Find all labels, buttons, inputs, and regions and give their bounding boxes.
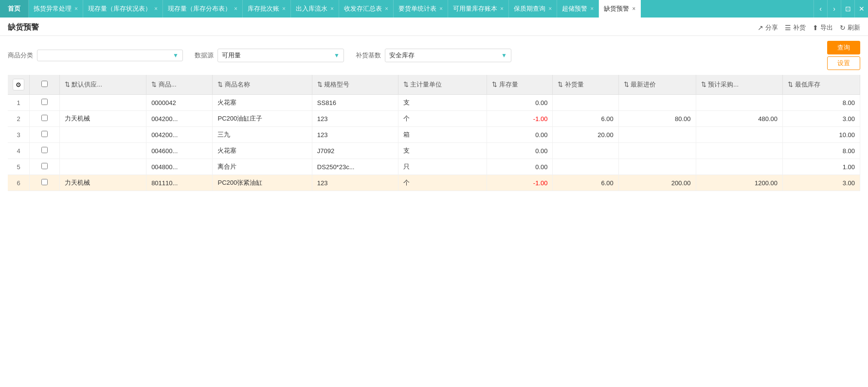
tab-overstock[interactable]: 超储预警 × xyxy=(557,0,599,18)
replenish-basis-select[interactable]: 安全库存 ▼ xyxy=(385,49,511,62)
col-min-stock[interactable]: ⇅ 最低库存 xyxy=(783,75,860,95)
refresh-button[interactable]: ↻ 刷新 xyxy=(840,23,860,32)
query-button[interactable]: 查询 xyxy=(827,41,860,54)
cell-unit-4: 支 xyxy=(398,143,487,159)
replenish-icon: ☰ xyxy=(785,24,791,32)
row-checkbox-4[interactable] xyxy=(30,143,60,159)
tab-expiry[interactable]: 保质期查询 × xyxy=(509,0,557,18)
tab-stock-dist-label: 现存量（库存分布表） xyxy=(168,4,231,13)
table-row: 3 004200... 三九 123 箱 0.00 20.00 10.00 xyxy=(8,127,860,143)
tab-overstock-close[interactable]: × xyxy=(590,5,594,12)
datasource-select[interactable]: 可用量 ▼ xyxy=(217,49,344,62)
tab-restore-btn[interactable]: ⊡ xyxy=(841,0,854,18)
tab-stock-status-close[interactable]: × xyxy=(154,5,158,12)
row-checkbox-1[interactable] xyxy=(30,95,60,111)
col-default-supplier[interactable]: ⇅ 默认供应... xyxy=(59,75,146,95)
cell-product-name-3: 三九 xyxy=(213,127,312,143)
export-label: 导出 xyxy=(820,23,833,32)
cell-product-code-4: 004600... xyxy=(146,143,213,159)
tab-expiry-close[interactable]: × xyxy=(548,5,552,12)
col-product-code[interactable]: ⇅ 商品... xyxy=(146,75,213,95)
tab-req-stats[interactable]: 要货单统计表 × xyxy=(394,0,448,18)
replenish-button[interactable]: ☰ 补货 xyxy=(785,23,806,32)
cell-replenish-qty-5 xyxy=(553,159,618,175)
filter-category-label: 商品分类 xyxy=(8,51,33,60)
settings-button[interactable]: 设置 xyxy=(827,56,860,70)
cell-product-name-6: PC200张紧油缸 xyxy=(213,175,312,191)
tab-close-all-btn[interactable]: ✕ xyxy=(854,0,868,18)
row-select-1[interactable] xyxy=(41,99,48,105)
cell-latest-price-4 xyxy=(618,143,696,159)
col-settings[interactable]: ⚙ xyxy=(8,75,30,95)
export-icon: ⬆ xyxy=(813,24,818,32)
tab-inout-flow-label: 出入库流水 xyxy=(296,4,327,13)
tab-req-stats-close[interactable]: × xyxy=(439,5,443,12)
cell-supplier-4 xyxy=(59,143,146,159)
row-checkbox-5[interactable] xyxy=(30,159,60,175)
tab-stock-abnormal[interactable]: 拣货异常处理 × xyxy=(29,0,83,18)
cell-latest-price-2: 80.00 xyxy=(618,111,696,127)
tab-home[interactable]: 首页 xyxy=(0,0,29,18)
col-min-stock-sort: ⇅ xyxy=(788,81,793,88)
cell-product-code-1: 0000042 xyxy=(146,95,213,111)
col-checkbox-header[interactable] xyxy=(30,75,60,95)
filter-datasource-group: 数据源 可用量 ▼ xyxy=(195,49,344,62)
col-unit[interactable]: ⇅ 主计量单位 xyxy=(398,75,487,95)
tab-stock-batch-label: 库存批次账 xyxy=(248,4,279,13)
col-stock-qty[interactable]: ⇅ 库存量 xyxy=(487,75,553,95)
cell-unit-3: 箱 xyxy=(398,127,487,143)
header-actions: ↗ 分享 ☰ 补货 ⬆ 导出 ↻ 刷新 xyxy=(758,23,860,32)
cell-stock-qty-5: 0.00 xyxy=(487,159,553,175)
tab-stock-dist-close[interactable]: × xyxy=(234,5,237,12)
row-checkbox-2[interactable] xyxy=(30,111,60,127)
export-button[interactable]: ⬆ 导出 xyxy=(813,23,833,32)
col-product-name[interactable]: ⇅ 商品名称 xyxy=(213,75,312,95)
row-select-6[interactable] xyxy=(41,179,48,185)
col-product-name-sort: ⇅ xyxy=(217,81,223,88)
cell-min-stock-3: 10.00 xyxy=(783,127,860,143)
replenish-basis-dropdown-icon: ▼ xyxy=(501,52,507,59)
tab-next-btn[interactable]: › xyxy=(827,0,841,18)
tab-prev-btn[interactable]: ‹ xyxy=(814,0,827,18)
row-select-4[interactable] xyxy=(41,147,48,153)
cell-supplier-6: 力天机械 xyxy=(59,175,146,191)
row-select-3[interactable] xyxy=(41,131,48,137)
refresh-icon: ↻ xyxy=(840,24,846,32)
datasource-select-value: 可用量 xyxy=(222,51,241,60)
tab-avail-stock[interactable]: 可用量库存账本 × xyxy=(448,0,509,18)
tab-recv-send-close[interactable]: × xyxy=(385,5,388,12)
row-checkbox-3[interactable] xyxy=(30,127,60,143)
tab-stock-status[interactable]: 现存量（库存状况表） × xyxy=(83,0,163,18)
select-all-checkbox[interactable] xyxy=(41,81,48,87)
tab-recv-send[interactable]: 收发存汇总表 × xyxy=(339,0,394,18)
col-spec-sort: ⇅ xyxy=(317,81,323,88)
tab-stock-dist[interactable]: 现存量（库存分布表） × xyxy=(163,0,243,18)
row-select-2[interactable] xyxy=(41,115,48,121)
cell-min-stock-6: 3.00 xyxy=(783,175,860,191)
cell-latest-price-6: 200.00 xyxy=(618,175,696,191)
row-checkbox-6[interactable] xyxy=(30,175,60,191)
row-num-5: 5 xyxy=(8,159,30,175)
tab-shortage-close[interactable]: × xyxy=(632,5,635,12)
tab-stock-abnormal-close[interactable]: × xyxy=(74,5,78,12)
filter-category-group: 商品分类 ▼ xyxy=(8,50,183,61)
share-button[interactable]: ↗ 分享 xyxy=(758,23,778,32)
cell-spec-3: 123 xyxy=(312,127,398,143)
col-spec[interactable]: ⇅ 规格型号 xyxy=(312,75,398,95)
tab-stock-batch-close[interactable]: × xyxy=(282,5,286,12)
tab-stock-batch[interactable]: 库存批次账 × xyxy=(243,0,291,18)
cell-supplier-3 xyxy=(59,127,146,143)
tab-avail-stock-close[interactable]: × xyxy=(500,5,504,12)
tab-shortage[interactable]: 缺货预警 × xyxy=(599,0,641,18)
category-select[interactable]: ▼ xyxy=(37,50,183,61)
tab-inout-flow[interactable]: 出入库流水 × xyxy=(291,0,339,18)
tab-inout-flow-close[interactable]: × xyxy=(330,5,334,12)
row-select-5[interactable] xyxy=(41,163,48,169)
col-replenish-qty[interactable]: ⇅ 补货量 xyxy=(553,75,618,95)
table-row: 2 力天机械 004200... PC200油缸庄子 123 个 -1.00 6… xyxy=(8,111,860,127)
col-est-purchase[interactable]: ⇅ 预计采购... xyxy=(696,75,783,95)
col-stock-qty-sort: ⇅ xyxy=(492,81,497,88)
column-settings-btn[interactable]: ⚙ xyxy=(13,79,24,90)
col-latest-price[interactable]: ⇅ 最新进价 xyxy=(618,75,696,95)
cell-supplier-1 xyxy=(59,95,146,111)
